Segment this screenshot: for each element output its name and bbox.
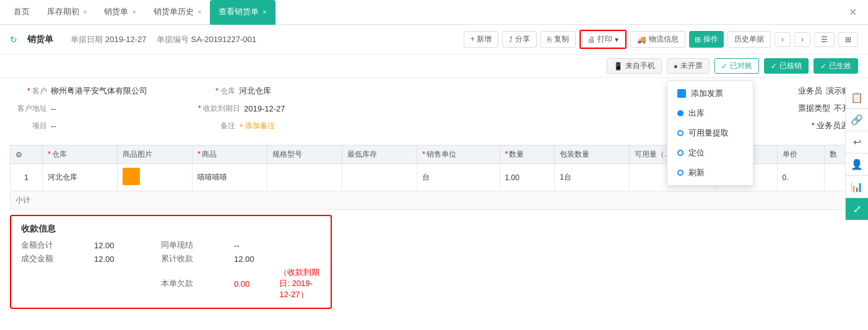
tab-sales-close[interactable]: ×: [132, 8, 136, 15]
operate-button[interactable]: ⊞ 操作: [689, 31, 724, 48]
not-open-button[interactable]: ● 未开票: [667, 58, 710, 74]
doc-refresh-icon: ↻: [10, 35, 17, 45]
col-product: *商品: [193, 145, 267, 164]
doc-date-label: 单据日期: [71, 34, 103, 45]
locate-icon: [677, 150, 684, 156]
available-icon: [677, 130, 684, 136]
share-icon: ⤴: [509, 35, 513, 44]
business-label: * 业务员孟: [812, 120, 849, 131]
note-label: 备注: [198, 121, 235, 131]
copy-icon: ⎘: [547, 35, 552, 44]
menu-outbound[interactable]: 出库: [667, 103, 753, 123]
right-icon-undo[interactable]: ↩: [846, 131, 868, 154]
menu-available-extract[interactable]: 可用量提取: [667, 123, 753, 143]
tab-inventory-close[interactable]: ×: [83, 8, 87, 15]
deal-amount-value: 12.00: [94, 254, 131, 264]
note-field: 备注 + 添加备注: [198, 121, 371, 131]
print-icon: 🖨: [588, 35, 595, 44]
deal-amount-label: 成交金额: [21, 253, 64, 264]
effect-button[interactable]: ✓ 已生效: [814, 58, 858, 74]
tab-sales-history[interactable]: 销货单历史 ×: [145, 0, 210, 25]
right-icon-link[interactable]: 🔗: [846, 109, 868, 131]
tab-sales-history-close[interactable]: ×: [197, 8, 201, 15]
share-button[interactable]: ⤴ 分享: [502, 31, 537, 48]
doc-meta: 单据日期 2019-12-27 单据编号 SA-20191227-001: [71, 34, 256, 45]
tab-view-sales[interactable]: 查看销货单 ×: [210, 0, 275, 25]
check-done-button[interactable]: ✓ 已对账: [714, 58, 759, 74]
col-warehouse: *仓库: [43, 145, 118, 164]
col-gear[interactable]: ⚙: [11, 145, 43, 164]
address-label: 客户地址: [10, 103, 47, 114]
row-unit[interactable]: 台: [417, 164, 500, 191]
due-date-value[interactable]: 2019-12-27: [244, 104, 285, 113]
project-value[interactable]: --: [51, 121, 56, 131]
right-icon-expand[interactable]: ⤢: [846, 198, 868, 220]
row-min-stock: [342, 164, 417, 191]
doc-number-value: SA-20191227-001: [191, 35, 257, 44]
address-field: 客户地址 --: [10, 103, 183, 114]
right-icon-user[interactable]: 👤: [846, 154, 868, 176]
cumulative-value: 12.00: [234, 254, 271, 264]
total-amount-value: 12.00: [94, 241, 131, 250]
toolbar: + 新增 ⤴ 分享 ⎘ 复制 🖨 打印 ▾ 🚚 物流信息 ⊞: [464, 30, 858, 49]
print-button[interactable]: 🖨 打印 ▾: [581, 31, 625, 48]
print-btn-wrapper: 🖨 打印 ▾: [579, 30, 627, 49]
same-bill-label: 同单现结: [161, 240, 204, 251]
add-note-button[interactable]: + 添加备注: [239, 121, 275, 131]
payment-box: 收款信息 金额合计 12.00 同单现结 -- 成交金额 12.00 累计收款 …: [10, 215, 332, 309]
check-icon: ✓: [721, 62, 727, 71]
sub-toolbar: 📱 来自手机 ● 未开票 ✓ 已对账 ✓ 已核销 ✓ 已生效: [0, 54, 868, 78]
warehouse-label: 仓库: [198, 86, 235, 97]
due-amount-value: 0.00: [234, 279, 250, 289]
subtotal-row: 小计: [11, 191, 858, 210]
history-button[interactable]: 历史单据: [727, 31, 771, 48]
payment-row-1: 金额合计 12.00 同单现结 --: [21, 240, 321, 251]
cancel-done-icon: ✓: [771, 62, 777, 71]
due-date-label: 收款到期日: [198, 103, 240, 114]
dropdown-menu: 添加发票 出库 可用量提取 定位 刷新: [667, 80, 753, 186]
warehouse-value[interactable]: 河北仓库: [239, 85, 271, 97]
cancel-done-button[interactable]: ✓ 已核销: [764, 58, 809, 74]
right-icon-chart[interactable]: 📊: [846, 176, 868, 198]
due-amount-label: 本单欠款: [161, 278, 204, 289]
payment-rows: 金额合计 12.00 同单现结 -- 成交金额 12.00 累计收款 12.00…: [21, 240, 321, 300]
address-value[interactable]: --: [51, 104, 56, 113]
grid-view-button[interactable]: ⊞: [838, 32, 858, 47]
col-spec: 规格型号: [267, 145, 342, 164]
menu-add-invoice[interactable]: 添加发票: [667, 84, 753, 103]
tab-view-sales-close[interactable]: ×: [263, 8, 266, 15]
row-price[interactable]: 0.: [777, 164, 824, 191]
product-image: [123, 168, 140, 185]
customer-label: 客户: [10, 86, 47, 97]
due-date-field: 收款到期日 2019-12-27: [198, 103, 371, 114]
customer-value[interactable]: 柳州粤港平安气体有限公司: [51, 85, 147, 97]
tab-inventory[interactable]: 库存期初 ×: [38, 0, 95, 25]
row-qty[interactable]: 1.00: [500, 164, 555, 191]
prev-button[interactable]: ‹: [775, 32, 791, 47]
tab-home[interactable]: 首页: [5, 0, 38, 25]
menu-locate[interactable]: 定位: [667, 143, 753, 163]
payment-row-2: 成交金额 12.00 累计收款 12.00: [21, 253, 321, 264]
new-button[interactable]: + 新增: [464, 31, 498, 48]
ticket-icon: ●: [674, 62, 678, 71]
doc-header: ↻ 销货单 单据日期 2019-12-27 单据编号 SA-20191227-0…: [0, 25, 868, 54]
next-button[interactable]: ›: [794, 32, 810, 47]
from-phone-button[interactable]: 📱 来自手机: [607, 58, 662, 74]
project-label: 项目: [10, 121, 47, 131]
list-view-button[interactable]: ☰: [814, 32, 835, 47]
tab-sales[interactable]: 销货单 ×: [95, 0, 144, 25]
doc-number-field: 单据编号 SA-20191227-001: [157, 34, 257, 45]
menu-refresh[interactable]: 刷新: [667, 163, 753, 183]
row-product-name[interactable]: 嘻嘻嘻嘻: [193, 164, 267, 191]
row-warehouse: 河北仓库: [43, 164, 118, 191]
logistics-button[interactable]: 🚚 物流信息: [630, 31, 685, 48]
row-pack-qty[interactable]: 1台: [555, 164, 630, 191]
doc-title-area: ↻ 销货单 单据日期 2019-12-27 单据编号 SA-20191227-0…: [10, 34, 464, 45]
global-close-button[interactable]: ✕: [843, 6, 863, 18]
right-icon-clipboard[interactable]: 📋: [846, 87, 868, 109]
col-min-stock: 最低库存: [342, 145, 417, 164]
row-spec[interactable]: [267, 164, 342, 191]
copy-button[interactable]: ⎘ 复制: [540, 31, 576, 48]
doc-date-field: 单据日期 2019-12-27: [71, 34, 147, 45]
col-unit: *销售单位: [417, 145, 500, 164]
